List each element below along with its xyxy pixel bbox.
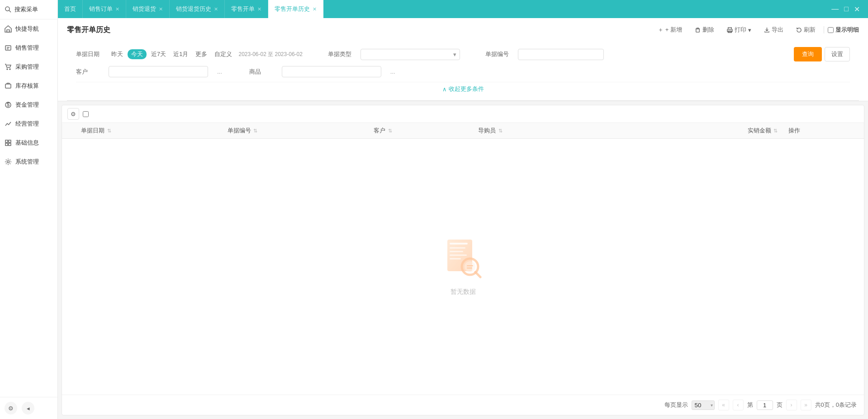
delete-icon	[695, 27, 701, 33]
tab-label: 零售开单	[231, 5, 255, 13]
query-button[interactable]: 查询	[794, 47, 822, 61]
tab-close-icon[interactable]: ✕	[214, 6, 218, 12]
tab-close-icon[interactable]: ✕	[257, 6, 261, 12]
tab-label: 首页	[64, 5, 76, 13]
tab-label: 销货退货	[133, 5, 156, 13]
sidebar-item-basic-info[interactable]: 基础信息	[0, 133, 57, 152]
svg-rect-2	[7, 30, 9, 32]
prev-page-btn[interactable]: ‹	[733, 400, 744, 410]
display-col-checkbox[interactable]	[828, 27, 834, 33]
tab-retail-open[interactable]: 零售开单 ✕	[225, 0, 268, 18]
first-page-btn[interactable]: «	[718, 400, 729, 410]
refresh-label: 刷新	[804, 26, 816, 34]
date-opt-today[interactable]: 今天	[128, 49, 147, 59]
last-page-btn[interactable]: »	[801, 400, 811, 410]
tab-sales-return-history[interactable]: 销货退货历史 ✕	[170, 0, 225, 18]
sort-arrows-guide: ⇅	[498, 128, 503, 133]
maximize-btn[interactable]: □	[843, 4, 849, 14]
basic-icon	[5, 139, 12, 146]
date-opt-more[interactable]: 更多	[193, 49, 210, 59]
th-date[interactable]: 单据日期 ⇅	[76, 123, 222, 139]
print-button[interactable]: 打印 ▾	[722, 24, 756, 36]
date-range-display: 2023-06-02 至 2023-06-02	[238, 51, 302, 58]
data-table: 单据日期 ⇅ 单据编号 ⇅ 客户 ⇅ 导购员 ⇅	[62, 123, 864, 139]
svg-point-6	[7, 69, 8, 70]
svg-point-14	[7, 161, 9, 163]
th-guide[interactable]: 导购员 ⇅	[473, 123, 598, 139]
sidebar-item-label: 采购管理	[15, 63, 39, 71]
th-spacer	[598, 123, 637, 139]
tab-bar-right: — □ ✕	[830, 4, 868, 14]
sidebar-item-label: 资金管理	[15, 101, 39, 109]
date-options: 昨天 今天 近7天 近1月 更多 自定义 2023-06-02 至 2023-0…	[109, 49, 303, 59]
tab-label: 销货退货历史	[176, 5, 211, 13]
next-page-btn[interactable]: ›	[786, 400, 797, 410]
sidebar-item-sys-mgmt[interactable]: 系统管理	[0, 152, 57, 171]
date-opt-lastmonth[interactable]: 近1月	[171, 49, 191, 59]
column-settings-btn[interactable]: ⚙	[67, 108, 79, 120]
customer-input[interactable]	[109, 66, 208, 77]
date-opt-last7[interactable]: 近7天	[148, 49, 169, 59]
goods-dots[interactable]: ...	[389, 68, 397, 75]
display-col-toggle[interactable]: 显示明细	[828, 26, 859, 34]
collapse-icon: ◂	[27, 405, 30, 412]
tab-sales-order[interactable]: 销售订单 ✕	[83, 0, 126, 18]
table-head: 单据日期 ⇅ 单据编号 ⇅ 客户 ⇅ 导购员 ⇅	[62, 123, 864, 139]
delete-button[interactable]: 删除	[690, 24, 719, 36]
filter-row-1: 单据日期 昨天 今天 近7天 近1月 更多 自定义 2023-06-02 至 2…	[76, 47, 850, 61]
customer-dots[interactable]: ...	[215, 68, 224, 75]
sidebar-item-inventory[interactable]: 库存核算	[0, 76, 57, 95]
per-page-select[interactable]: 10 20 50 100	[692, 400, 715, 410]
per-page-label: 每页显示	[664, 401, 688, 409]
page-num-input[interactable]	[757, 400, 773, 410]
add-button[interactable]: ＋ + 新增	[653, 24, 687, 36]
sidebar-item-sales-mgmt[interactable]: 销售管理	[0, 38, 57, 57]
purchase-icon	[5, 63, 12, 71]
refresh-icon	[796, 27, 802, 33]
sidebar-search[interactable]: 搜索采单	[0, 0, 57, 19]
th-amount[interactable]: 实销金额 ⇅	[637, 123, 783, 139]
svg-rect-23	[450, 254, 467, 256]
collapse-more-btn[interactable]: ∧ 收起更多条件	[76, 82, 850, 95]
tab-close-icon[interactable]: ✕	[159, 6, 163, 12]
collapse-sidebar-btn[interactable]: ◂	[22, 402, 34, 414]
search-icon	[5, 6, 12, 13]
sidebar-item-quick-nav[interactable]: 快捷导航	[0, 19, 57, 38]
type-select[interactable]	[360, 49, 460, 60]
settings-bottom-btn[interactable]: ⚙	[5, 402, 17, 414]
svg-point-9	[5, 102, 11, 108]
tab-sales-return[interactable]: 销货退货 ✕	[126, 0, 170, 18]
export-button[interactable]: 导出	[759, 24, 788, 36]
sys-icon	[5, 158, 12, 165]
th-guide-label: 导购员	[478, 127, 496, 134]
sidebar-item-operation[interactable]: 经营管理	[0, 114, 57, 133]
display-col-label: 显示明细	[835, 26, 859, 34]
gear-icon: ⚙	[8, 405, 14, 412]
th-action-label: 操作	[788, 127, 800, 134]
select-all-checkbox[interactable]	[83, 111, 89, 117]
sidebar-item-finance[interactable]: 资金管理	[0, 95, 57, 114]
pagination: 每页显示 10 20 50 100 « ‹ 第 页 › » 共0页，0条记录	[62, 395, 864, 415]
filter-settings-button[interactable]: 设置	[825, 47, 850, 61]
tab-bar: 首页 销售订单 ✕ 销货退货 ✕ 销货退货历史 ✕ 零售开单 ✕ 零售开单历史 …	[58, 0, 868, 18]
goods-input[interactable]	[282, 66, 381, 77]
customer-label: 客户	[76, 68, 101, 76]
type-label: 单据类型	[328, 50, 353, 58]
svg-rect-12	[5, 143, 8, 146]
refresh-button[interactable]: 刷新	[792, 24, 820, 36]
tab-home[interactable]: 首页	[58, 0, 83, 18]
close-window-btn[interactable]: ✕	[853, 4, 861, 14]
minimize-btn[interactable]: —	[830, 4, 840, 14]
th-customer[interactable]: 客户 ⇅	[368, 123, 473, 139]
date-opt-custom[interactable]: 自定义	[212, 49, 235, 59]
th-num-label: 单据编号	[228, 127, 251, 134]
svg-rect-8	[5, 84, 11, 88]
th-num[interactable]: 单据编号 ⇅	[222, 123, 369, 139]
num-input[interactable]	[518, 49, 604, 60]
tab-retail-history[interactable]: 零售开单历史 ✕	[268, 0, 323, 18]
date-opt-yesterday[interactable]: 昨天	[109, 49, 126, 59]
toolbar: ＋ + 新增 删除 打印 ▾	[653, 24, 859, 36]
sidebar-item-purchase-mgmt[interactable]: 采购管理	[0, 57, 57, 76]
tab-close-icon[interactable]: ✕	[115, 6, 119, 12]
tab-close-icon[interactable]: ✕	[313, 6, 317, 12]
